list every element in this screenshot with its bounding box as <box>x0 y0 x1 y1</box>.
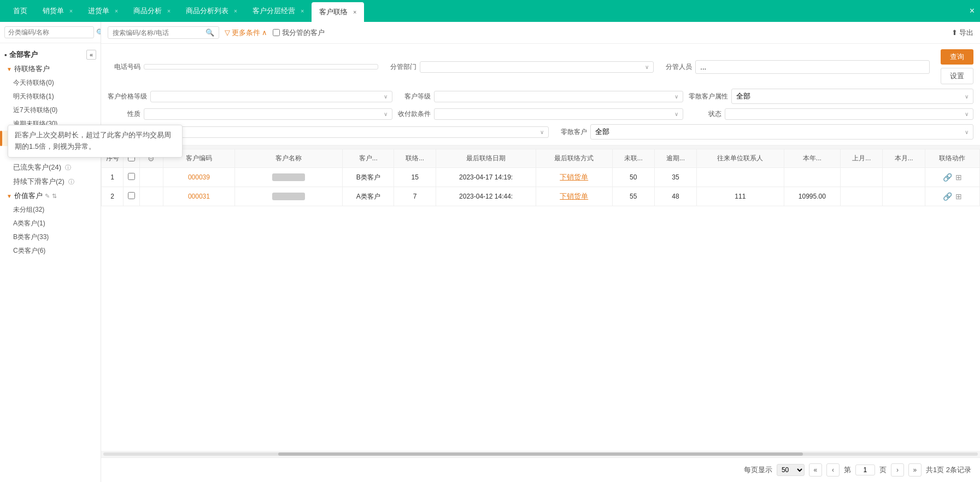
sidebar-tomorrow-pending[interactable]: 明天待联络(1) <box>0 90 101 103</box>
retail-attr-chevron: ∨ <box>965 94 969 100</box>
row-checkbox-2[interactable] <box>128 192 135 199</box>
h-scroll-bar[interactable] <box>101 451 980 457</box>
export-icon: ⬆ <box>952 28 958 37</box>
sidebar-class-b[interactable]: B类客户(33) <box>0 230 101 244</box>
retail-attr-select[interactable]: 全部 ∨ <box>731 89 973 104</box>
nav-home[interactable]: 首页 <box>5 0 35 22</box>
sidebar-search-wrap: 🔍 <box>0 22 101 43</box>
gender-select[interactable]: ∨ <box>144 108 392 120</box>
export-btn[interactable]: ⬆ 导出 <box>952 28 973 38</box>
row-checkbox-1[interactable] <box>128 173 135 180</box>
status-select[interactable]: ∨ <box>725 108 973 120</box>
last-page-btn[interactable]: » <box>908 463 922 477</box>
filter-row-1: 电话号码 分管部门 ∨ 分管人员 ... 查询 <box>108 49 973 84</box>
table-row: 1 000039 B类客户 15 2023-04-17 14:19: <box>102 168 980 187</box>
cell-last-way-1[interactable]: 下销货单 <box>536 168 612 187</box>
nav-sales[interactable]: 销货单 × <box>35 0 80 22</box>
grid-icon-2[interactable]: ⊞ <box>955 192 962 201</box>
action-icons-1: 🔗 ⊞ <box>929 173 976 182</box>
close-analysis-tab[interactable]: × <box>167 8 171 14</box>
cell-name-2 <box>235 187 343 206</box>
main-search-icon[interactable]: 🔍 <box>206 28 214 37</box>
nav-purchase[interactable]: 进货单 × <box>80 0 126 22</box>
page-number-input[interactable] <box>855 464 875 475</box>
cell-contact-2: 7 <box>394 187 436 206</box>
cell-action-1: 🔗 ⊞ <box>925 168 979 187</box>
cell-settings-2 <box>140 187 163 206</box>
table-header-row: 序号 ⚙ 客户编码 客户名称 客户... 联络... 最后联络日期 最后联络方式 <box>102 149 980 168</box>
my-customer-check: 我分管的客户 <box>273 28 325 38</box>
cell-this-month-2 <box>883 187 925 206</box>
close-contact-tab[interactable]: × <box>353 9 356 15</box>
customer-grade-chevron: ∨ <box>674 94 678 100</box>
col-name: 客户名称 <box>235 149 343 168</box>
more-conditions-btn[interactable]: ▽ 更多条件 ∧ <box>225 28 267 38</box>
sidebar-class-c[interactable]: C类客户(6) <box>0 244 101 258</box>
customer-type-select[interactable]: ∨ <box>165 126 548 138</box>
price-grade-select[interactable]: ∨ <box>150 91 392 102</box>
sidebar-already-lost[interactable]: 已流失客户(24) ⓘ <box>0 160 101 175</box>
col-action: 联络动作 <box>925 149 979 168</box>
filter-row-2: 客户价格等级 ∨ 客户等级 ∨ 零散客户属性 全部 <box>108 89 973 104</box>
value-sort-icon[interactable]: ⇅ <box>52 193 57 200</box>
sidebar-today-pending[interactable]: 今天待联络(0) <box>0 76 101 90</box>
close-purchase-tab[interactable]: × <box>115 8 118 14</box>
pending-arrow: ▼ <box>7 66 12 72</box>
payment-select[interactable]: ∨ <box>434 108 683 120</box>
cell-code-1[interactable]: 000039 <box>163 168 234 187</box>
next-page-btn[interactable]: › <box>891 463 904 477</box>
nav-customer-contact[interactable]: 客户联络 × <box>312 2 364 22</box>
col-not-contacted: 未联... <box>612 149 654 168</box>
sidebar-7day-pending[interactable]: 近7天待联络(0) <box>0 103 101 117</box>
last-way-link-2[interactable]: 下销货单 <box>560 192 588 200</box>
query-btn[interactable]: 查询 <box>941 49 973 65</box>
my-customer-checkbox[interactable] <box>273 29 280 36</box>
page-label: 第 <box>844 465 851 475</box>
close-analysis-list-tab[interactable]: × <box>234 8 237 14</box>
nav-product-analysis[interactable]: 商品分析 × <box>126 0 178 22</box>
sidebar-search-input[interactable] <box>4 26 94 38</box>
sidebar-continuous-down[interactable]: 持续下滑客户(2) ⓘ <box>0 175 101 189</box>
sidebar-value-customer-group[interactable]: ▼ 价值客户 ✎ ⇅ <box>0 189 101 203</box>
cell-check-2 <box>124 187 140 206</box>
payment-field: 收付款条件 ∨ <box>398 108 683 120</box>
h-scroll-thumb[interactable] <box>278 452 803 456</box>
customer-grade-select[interactable]: ∨ <box>434 91 683 102</box>
close-sales-tab[interactable]: × <box>69 8 73 14</box>
collapse-all-btn[interactable]: « <box>86 50 96 60</box>
phone-input[interactable] <box>144 64 378 69</box>
value-edit-icon[interactable]: ✎ <box>45 193 50 200</box>
cell-contact-1: 15 <box>394 168 436 187</box>
tooltip-text: 距客户上次交易时长，超过了此客户的平均交易周期的1.5倍，则视为异常。 <box>15 131 171 150</box>
nav-customer-tier[interactable]: 客户分层经营 × <box>245 0 312 22</box>
cell-code-2[interactable]: 000031 <box>163 187 234 206</box>
sidebar-class-a[interactable]: A类客户(1) <box>0 217 101 230</box>
filter-form: 电话号码 分管部门 ∨ 分管人员 ... 查询 <box>101 44 980 146</box>
retail-customer-select[interactable]: 全部 ∨ <box>590 124 973 140</box>
cell-this-year-2: 10995.00 <box>784 187 841 206</box>
dept-select[interactable]: ∨ <box>420 61 654 73</box>
person-input[interactable]: ... <box>695 60 930 74</box>
price-grade-field: 客户价格等级 ∨ <box>108 91 392 102</box>
first-page-btn[interactable]: « <box>809 463 822 477</box>
sidebar-tree: ▪ 全部客户 « ▼ 待联络客户 今天待联络(0) 明天待联络(1) 近7天待联… <box>0 43 101 482</box>
close-tier-tab[interactable]: × <box>301 8 304 14</box>
per-page-select[interactable]: 50 100 200 <box>777 464 805 476</box>
last-way-link-1[interactable]: 下销货单 <box>560 173 588 181</box>
settings-btn[interactable]: 设置 <box>941 68 973 84</box>
link-icon-2[interactable]: 🔗 <box>943 192 952 201</box>
sidebar-ungroup[interactable]: 未分组(32) <box>0 203 101 217</box>
main-search-input[interactable] <box>113 29 200 37</box>
sidebar-search-icon[interactable]: 🔍 <box>96 28 101 37</box>
nav-product-analysis-list[interactable]: 商品分析列表 × <box>178 0 245 22</box>
prev-page-btn[interactable]: ‹ <box>826 463 840 477</box>
link-icon-1[interactable]: 🔗 <box>943 173 952 182</box>
col-contact: 联络... <box>394 149 436 168</box>
close-all-tabs[interactable]: × <box>970 6 975 16</box>
cell-overdue-2: 48 <box>654 187 696 206</box>
cell-last-way-2[interactable]: 下销货单 <box>536 187 612 206</box>
cell-last-date-2: 2023-04-12 14:44: <box>436 187 536 206</box>
sidebar-all-customers[interactable]: ▪ 全部客户 « <box>0 48 101 62</box>
grid-icon-1[interactable]: ⊞ <box>955 173 962 182</box>
sidebar-pending-group[interactable]: ▼ 待联络客户 <box>0 62 101 76</box>
